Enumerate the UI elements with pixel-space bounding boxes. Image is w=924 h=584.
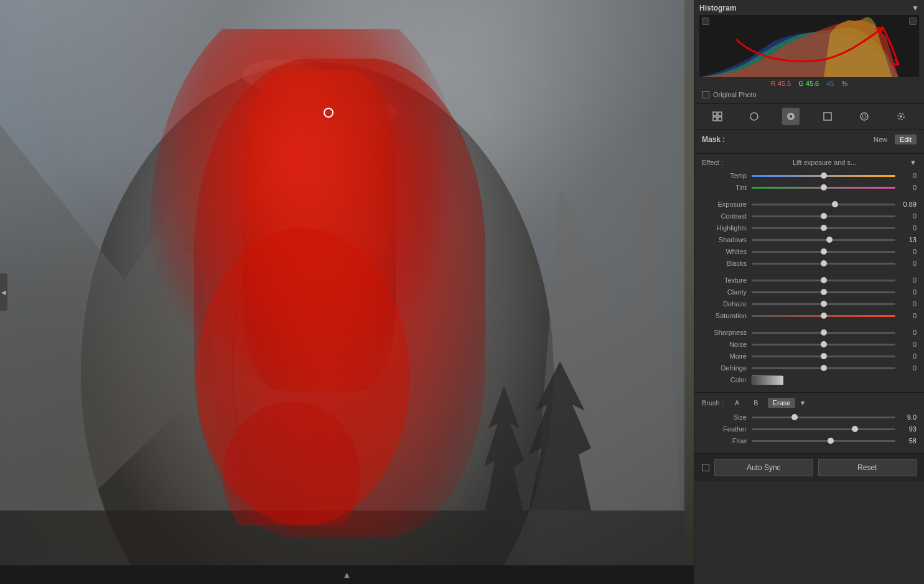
photo-area: ◀ ▲	[0, 0, 694, 584]
texture-thumb[interactable]	[821, 277, 827, 283]
histogram-collapse-icon[interactable]: ▼	[912, 4, 919, 12]
clarity-thumb[interactable]	[821, 289, 827, 295]
auto-sync-button[interactable]: Auto Sync	[714, 459, 813, 476]
temp-track	[752, 175, 895, 177]
flow-slider-wrap[interactable]	[752, 436, 895, 445]
contrast-track	[752, 215, 895, 217]
clip-right-indicator[interactable]	[909, 17, 917, 25]
mask-edit-button[interactable]: Edit	[895, 134, 917, 144]
highlights-slider-wrap[interactable]	[752, 224, 895, 232]
moire-slider-wrap[interactable]	[752, 352, 895, 360]
contrast-value: 0	[899, 212, 917, 220]
bottom-bar: Auto Sync Reset	[694, 454, 924, 481]
dehaze-thumb[interactable]	[821, 301, 827, 307]
person-silhouette	[243, 70, 395, 392]
saturation-thumb[interactable]	[821, 313, 827, 319]
svg-rect-13	[713, 117, 717, 121]
circle-ring-tool-icon[interactable]	[856, 108, 873, 125]
sharpness-track	[752, 332, 895, 334]
sharpness-slider-wrap[interactable]	[752, 328, 895, 337]
blacks-track	[752, 263, 895, 265]
moire-thumb[interactable]	[821, 353, 827, 359]
temp-slider-wrap[interactable]	[752, 171, 895, 180]
feather-slider-wrap[interactable]	[752, 425, 895, 433]
defringe-slider-wrap[interactable]	[752, 364, 895, 372]
effect-dropdown-icon[interactable]: ▼	[910, 159, 917, 166]
auto-sync-checkbox[interactable]	[702, 464, 709, 471]
blacks-slider-row: Blacks 0	[702, 259, 917, 268]
flow-label: Flow	[702, 437, 747, 445]
blacks-thumb[interactable]	[821, 260, 827, 266]
svg-rect-12	[718, 112, 722, 116]
film-icon: ▲	[343, 570, 352, 580]
blacks-value: 0	[899, 260, 917, 267]
grid-tool-icon[interactable]	[709, 108, 726, 125]
brush-dropdown-icon[interactable]: ▼	[799, 399, 806, 407]
noise-thumb[interactable]	[821, 341, 827, 347]
original-photo-checkbox[interactable]	[702, 91, 709, 98]
whites-thumb[interactable]	[821, 248, 827, 255]
temp-thumb[interactable]	[821, 172, 827, 179]
clarity-track	[752, 291, 895, 293]
size-label: Size	[702, 413, 747, 421]
sharpness-thumb[interactable]	[821, 329, 827, 336]
color-swatch[interactable]	[752, 375, 783, 384]
saturation-slider-wrap[interactable]	[752, 311, 895, 320]
tint-thumb[interactable]	[821, 184, 827, 191]
exposure-slider-wrap[interactable]	[752, 200, 895, 209]
shadows-thumb[interactable]	[826, 237, 833, 243]
whites-track	[752, 251, 895, 253]
sharpness-slider-row: Sharpness 0	[702, 328, 917, 337]
size-slider-row: Size 9.0	[702, 413, 917, 422]
noise-slider-wrap[interactable]	[752, 340, 895, 349]
dehaze-label: Dehaze	[702, 300, 747, 308]
brush-erase-tab[interactable]: Erase	[768, 398, 796, 408]
clip-left-indicator[interactable]	[702, 17, 709, 25]
brush-tab-separator	[745, 399, 747, 407]
contrast-slider-row: Contrast 0	[702, 212, 917, 220]
square-tool-icon[interactable]	[819, 108, 836, 125]
highlights-slider-row: Highlights 0	[702, 224, 917, 232]
size-thumb[interactable]	[791, 414, 798, 420]
dehaze-slider-wrap[interactable]	[752, 299, 895, 308]
feather-slider-row: Feather 93	[702, 425, 917, 433]
contrast-slider-wrap[interactable]	[752, 212, 895, 220]
exposure-track	[752, 204, 895, 205]
reset-button[interactable]: Reset	[818, 459, 917, 476]
svg-point-20	[862, 115, 866, 118]
svg-point-19	[861, 113, 868, 120]
blacks-slider-wrap[interactable]	[752, 259, 895, 268]
range-tool-icon[interactable]	[892, 108, 910, 125]
circle-filled-tool-icon[interactable]	[782, 108, 800, 125]
shadows-slider-wrap[interactable]	[752, 235, 895, 244]
texture-slider-row: Texture 0	[702, 276, 917, 285]
clarity-slider-wrap[interactable]	[752, 288, 895, 296]
svg-point-22	[900, 115, 902, 118]
brush-a-tab[interactable]: A	[730, 398, 744, 408]
noise-label: Noise	[702, 341, 747, 348]
clarity-value: 0	[899, 288, 917, 296]
flow-thumb[interactable]	[828, 438, 834, 444]
exposure-thumb[interactable]	[832, 201, 838, 207]
dehaze-value: 0	[899, 300, 917, 308]
tint-slider-row: Tint 0	[702, 183, 917, 192]
defringe-label: Defringe	[702, 364, 747, 372]
brush-b-tab[interactable]: B	[749, 398, 763, 408]
size-slider-wrap[interactable]	[752, 413, 895, 422]
defringe-thumb[interactable]	[821, 365, 827, 371]
contrast-thumb[interactable]	[821, 213, 827, 219]
b-value: 45	[826, 80, 834, 87]
tint-slider-wrap[interactable]	[752, 183, 895, 192]
left-panel-toggle[interactable]: ◀	[0, 273, 7, 311]
texture-slider-wrap[interactable]	[752, 276, 895, 285]
whites-label: Whites	[702, 248, 747, 255]
feather-thumb[interactable]	[852, 426, 858, 432]
clarity-label: Clarity	[702, 288, 747, 296]
exposure-slider-row: Exposure 0.89	[702, 200, 917, 209]
whites-slider-wrap[interactable]	[752, 247, 895, 256]
mask-new-button[interactable]: New	[870, 134, 891, 144]
saturation-value: 0	[899, 312, 917, 319]
shadows-slider-row: Shadows 13	[702, 235, 917, 244]
highlights-thumb[interactable]	[821, 225, 827, 231]
circle-outline-tool-icon[interactable]	[745, 108, 763, 125]
